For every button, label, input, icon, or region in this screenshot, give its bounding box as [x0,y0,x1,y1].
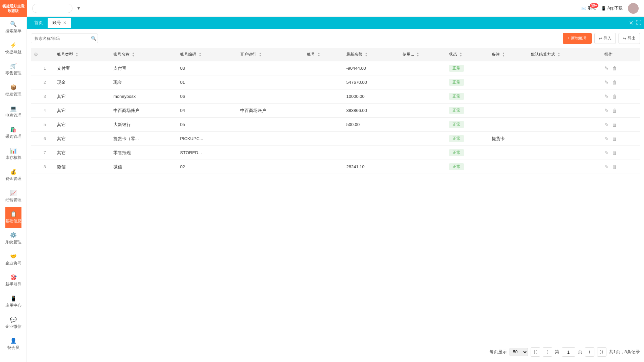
sort-remark-icon[interactable]: ▲▼ [502,52,505,57]
sidebar-item-wholesale-mgmt[interactable]: 📦批发管理 [5,80,21,101]
sidebar-item-search-menu[interactable]: 🔍搜索菜单 [5,17,21,38]
col-name[interactable]: 账号名称 ▲▼ [111,48,177,61]
edit-icon[interactable]: ✎ [604,65,609,71]
tab-minimize-icon[interactable]: ✕ [629,20,633,26]
import-button[interactable]: ↩ 导入 [594,33,616,44]
edit-icon[interactable]: ✎ [604,122,609,128]
edit-icon[interactable]: ✎ [604,94,609,100]
new-guide-icon: 🎯 [10,274,17,281]
delete-icon[interactable]: 🗑 [612,79,617,85]
row-account [304,146,343,160]
edit-icon[interactable]: ✎ [604,150,609,156]
add-account-button[interactable]: + 新增账号 [563,33,592,44]
page-number-input[interactable] [562,347,575,357]
sort-default-icon[interactable]: ▲▼ [557,52,560,57]
sidebar-item-enterprise-agreement[interactable]: 🤝企业协同 [5,249,21,270]
row-type: 支付宝 [54,61,111,75]
sort-code-icon[interactable]: ▲▼ [199,52,201,57]
sidebar-item-quick-nav[interactable]: ⚡快捷导航 [5,38,21,59]
col-bank[interactable]: 开户银行 ▲▼ [237,48,304,61]
sort-balance-icon[interactable]: ▲▼ [365,52,368,57]
ops-mgmt-icon: 📈 [10,190,17,196]
sort-usage-icon[interactable]: ▲▼ [417,52,419,57]
col-remark[interactable]: 备注 ▲▼ [489,48,528,61]
sidebar-item-ops-mgmt[interactable]: 📈经营管理 [5,186,21,207]
sidebar-item-enterprise-wechat[interactable]: 💬企业微信 [5,312,21,334]
sort-account-icon[interactable]: ▲▼ [318,52,320,57]
col-settings: ⚙ [31,48,41,61]
row-type: 现金 [54,75,111,89]
row-account [304,132,343,146]
row-remark [489,61,528,75]
row-bank [237,160,304,174]
topbar-search-input[interactable] [32,4,72,13]
tab-accounts[interactable]: 账号 ✕ [48,18,71,28]
delete-icon[interactable]: 🗑 [612,136,617,141]
sort-name-icon[interactable]: ▲▼ [132,52,135,57]
edit-icon[interactable]: ✎ [604,136,609,142]
col-usage[interactable]: 使用... ▲▼ [400,48,446,61]
sidebar-item-label: 系统管理 [5,239,21,245]
sidebar-item-new-guide[interactable]: 🎯新手引导 [5,270,21,291]
row-actions: ✎ 🗑 [602,160,640,174]
row-status: 正常 [446,61,489,75]
tab-accounts-close[interactable]: ✕ [63,21,66,25]
app-logo: 畅捷通好生意 乐惠版 [0,0,27,17]
row-usage [400,104,446,118]
delete-icon[interactable]: 🗑 [612,94,617,99]
export-button[interactable]: ↪ 导出 [619,33,640,44]
sidebar-item-inventory[interactable]: 📊库存核算 [5,143,21,165]
account-search-input[interactable] [31,34,88,43]
tab-maximize-icon[interactable]: ⛶ [636,20,641,26]
app-download-button[interactable]: 📱 App下载 [601,5,623,11]
edit-icon[interactable]: ✎ [604,79,609,85]
col-type[interactable]: 账号类型 ▲▼ [54,48,111,61]
ecommerce-mgmt-icon: 💻 [10,105,17,112]
last-page-button[interactable]: ⟩⟩ [597,347,606,357]
edit-icon[interactable]: ✎ [604,164,609,170]
row-status: 正常 [446,132,489,146]
delete-icon[interactable]: 🗑 [612,65,617,71]
sort-status-icon[interactable]: ▲▼ [460,52,462,57]
delete-icon[interactable]: 🗑 [612,150,617,156]
row-index: 7 [41,146,54,160]
first-page-button[interactable]: ⟨⟨ [531,347,540,357]
sidebar-item-app-center[interactable]: 📱应用中心 [5,291,21,312]
accounts-table: ⚙ 账号类型 ▲▼ 账号名称 ▲▼ 账号编码 ▲▼ 开户银行 ▲▼ 账号 ▲▼ … [31,48,640,174]
message-button[interactable]: ✉️ 消息 99+ [581,5,596,11]
topbar-dropdown[interactable]: ▼ [76,6,81,11]
sort-type-icon[interactable]: ▲▼ [75,52,78,57]
sidebar-item-finance-mgmt[interactable]: 💰资金管理 [5,165,21,186]
col-account[interactable]: 账号 ▲▼ [304,48,343,61]
edit-icon[interactable]: ✎ [604,108,609,114]
page-size-select[interactable]: 50 100 200 [509,348,528,356]
col-default-payment[interactable]: 默认结算方式 ▲▼ [528,48,602,61]
col-code[interactable]: 账号编码 ▲▼ [177,48,237,61]
col-status[interactable]: 状态 ▲▼ [446,48,489,61]
row-settings-cell [31,61,41,75]
table-row: 6 其它 提货卡（零... PICKUPC... 正常 提货卡 ✎ 🗑 [31,132,640,146]
delete-icon[interactable]: 🗑 [612,164,617,170]
sidebar-item-label: 采购管理 [5,134,21,139]
row-type: 其它 [54,89,111,104]
delete-icon[interactable]: 🗑 [612,108,617,113]
row-status: 正常 [446,104,489,118]
row-remark [489,118,528,132]
sidebar-item-sys-mgmt[interactable]: ⚙️系统管理 [5,228,21,249]
sidebar-item-member[interactable]: 👤畅会员 [5,334,21,355]
sidebar-item-ecommerce-mgmt[interactable]: 💻电商管理 [5,101,21,122]
delete-icon[interactable]: 🗑 [612,122,617,127]
tab-home[interactable]: 首页 [30,18,48,28]
search-button[interactable]: 🔍 [88,34,98,43]
row-account [304,75,343,89]
sidebar-item-basic-info[interactable]: 📋基础信息 [5,207,21,228]
col-balance[interactable]: 最新余额 ▲▼ [343,48,400,61]
export-icon: ↪ [623,36,626,41]
sidebar-item-purchase-mgmt[interactable]: 🛍️采购管理 [5,122,21,143]
table-settings-icon[interactable]: ⚙ [34,52,38,57]
prev-page-button[interactable]: ⟨ [543,347,552,357]
sidebar-item-retail-mgmt[interactable]: 🛒零售管理 [5,59,21,80]
next-page-button[interactable]: ⟩ [585,347,594,357]
sort-bank-icon[interactable]: ▲▼ [259,52,262,57]
user-avatar[interactable] [628,3,639,14]
